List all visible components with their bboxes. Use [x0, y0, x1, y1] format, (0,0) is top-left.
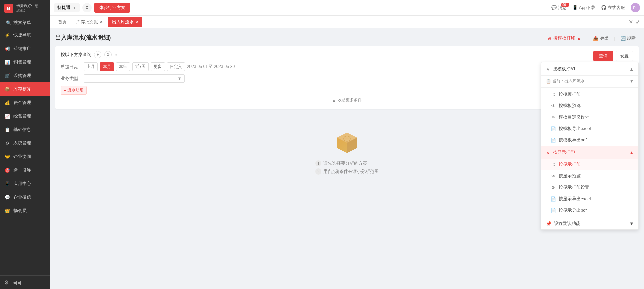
dropdown-item-display-pdf[interactable]: 📄 按显示导出pdf	[541, 205, 638, 216]
template-print-section-header[interactable]: 🖨 按模板打印 ▲	[541, 62, 638, 76]
sidebar-item-label: 营销推广	[13, 46, 31, 52]
filter-collapse-icon[interactable]: «	[114, 52, 117, 57]
set-default-label: 设置默认功能	[554, 220, 580, 227]
dropdown-item-template-print[interactable]: 🖨 按模板打印	[541, 88, 638, 100]
sidebar-item-appstore[interactable]: 📱 应用中心	[0, 177, 50, 190]
app-download-button[interactable]: 📱 App下载	[572, 5, 595, 11]
refresh-icon: 🔄	[620, 36, 626, 41]
message-badge: 99+	[561, 3, 569, 7]
template-chevron-icon: ▲	[629, 67, 634, 72]
dropdown-item-display-print[interactable]: 🖨 按显示打印	[541, 159, 638, 170]
template-print-button[interactable]: 🖨 按模板打印 ▲	[545, 34, 584, 43]
dropdown-item-set-default[interactable]: 📌 设置默认功能 ▼	[541, 218, 638, 229]
dropdown-item-template-pdf[interactable]: 📄 按模板导出pdf	[541, 134, 638, 146]
user-avatar[interactable]: Rit	[631, 3, 640, 12]
sidebar-item-collab[interactable]: 🤝 企业协同	[0, 150, 50, 163]
collapse-label: 收起更多条件	[338, 97, 362, 103]
hint-num-1: 1	[315, 160, 321, 166]
dropdown-item-display-excel[interactable]: 📄 按显示导出excel	[541, 193, 638, 205]
export-button[interactable]: 📤 导出	[590, 34, 611, 43]
filter-more-icon[interactable]: ···	[583, 51, 591, 61]
sidebar-item-quick-nav[interactable]: ⚡ 快捷导航	[0, 28, 50, 42]
search-icon: 🔍	[6, 20, 11, 25]
tab-in-out-flow-label: 出入库流水	[112, 19, 134, 25]
main-content: 畅捷通 ▼ ⚙ 体验行业方案 💬 消息 99+ 📱 App下载 🎧 在线客服	[50, 0, 644, 289]
template-print-label: 按模板打印	[553, 35, 575, 41]
collapse-icon[interactable]: ◀◀	[13, 279, 21, 286]
print-dropdown-panel: 🖨 按模板打印 ▲ 📋 当前：出入库流水 ▼ 🖨 按模板打印 👁 按模板预览	[541, 62, 639, 230]
dropdown-item-template-design[interactable]: ✏ 模板自定义设计	[541, 111, 638, 123]
template-preview-icon: 👁	[551, 103, 556, 108]
current-template-item[interactable]: 📋 当前：出入库流水 ▼	[541, 76, 638, 87]
tab-batch-account[interactable]: 库存批次账 ×	[72, 17, 107, 27]
service-button[interactable]: 🎧 在线客服	[601, 5, 625, 11]
sidebar-item-inventory[interactable]: 📦 库存核算	[0, 82, 50, 96]
sidebar-item-system[interactable]: ⚙ 系统管理	[0, 136, 50, 150]
filter-add-button[interactable]: +	[94, 51, 101, 58]
tab-home[interactable]: 首页	[54, 17, 71, 27]
tab-in-out-flow[interactable]: 出入库流水 ×	[108, 17, 142, 27]
refresh-button[interactable]: 🔄 刷新	[618, 34, 639, 43]
sidebar-item-guide[interactable]: 🎯 新手引导	[0, 163, 50, 177]
industry-solution-button[interactable]: 体验行业方案	[94, 3, 130, 13]
account-selector[interactable]: 畅捷通 ▼	[54, 3, 80, 12]
tag-icon: ●	[64, 88, 66, 93]
tab-in-out-close-icon[interactable]: ×	[136, 20, 138, 24]
sidebar-item-finance[interactable]: 💰 资金管理	[0, 96, 50, 109]
empty-state-icon	[333, 129, 360, 156]
sidebar-item-label: 快捷导航	[13, 32, 31, 38]
sidebar: B 畅捷通好生意 标准版 🔍 搜索菜单 ⚡ 快捷导航 📢 营销推广 📊 销售管理…	[0, 0, 50, 289]
settings-gear-icon[interactable]: ⚙	[4, 279, 9, 286]
filter-settings-button[interactable]: ⚙	[104, 51, 112, 58]
sidebar-item-sales[interactable]: 📊 销售管理	[0, 55, 50, 69]
current-template-icon: 📋	[546, 79, 551, 84]
topbar-left: 畅捷通 ▼ ⚙ 体验行业方案	[54, 3, 551, 13]
display-section-icon: 🖨	[546, 150, 550, 155]
template-pdf-icon: 📄	[551, 137, 556, 143]
sidebar-item-member[interactable]: 👑 畅会员	[0, 204, 50, 217]
current-chevron-icon: ▼	[630, 79, 634, 84]
sidebar-item-purchase[interactable]: 🛒 采购管理	[0, 69, 50, 82]
tag-text: 流水明细	[67, 87, 84, 93]
business-type-select[interactable]: ▼	[84, 74, 185, 83]
message-button[interactable]: 💬 消息 99+	[551, 5, 567, 11]
date-btn-custom[interactable]: 自定义	[167, 62, 185, 71]
date-btn-last-month[interactable]: 上月	[84, 62, 98, 71]
dropdown-item-template-preview[interactable]: 👁 按模板预览	[541, 100, 638, 111]
date-btn-last-7[interactable]: 近7天	[132, 62, 149, 71]
tab-home-label: 首页	[58, 19, 67, 25]
query-button[interactable]: 查询	[593, 51, 613, 61]
sidebar-item-base[interactable]: 📋 基础信息	[0, 123, 50, 136]
refresh-label: 刷新	[627, 35, 636, 41]
sidebar-item-label: 企业协同	[13, 154, 31, 160]
sidebar-item-operations[interactable]: 📈 经营管理	[0, 109, 50, 123]
tabs-bar: 首页 库存批次账 × 出入库流水 × ✕ ⤢	[50, 16, 644, 28]
filter-settings-btn[interactable]: 设置	[616, 51, 633, 61]
dropdown-item-display-preview[interactable]: 👁 按显示预览	[541, 170, 638, 182]
sidebar-item-label: 系统管理	[13, 140, 31, 146]
export-label: 导出	[600, 35, 609, 41]
dropdown-item-display-settings[interactable]: ⚙ 按显示打印设置	[541, 182, 638, 193]
close-all-tabs-icon[interactable]: ✕	[628, 19, 633, 25]
active-filter-tag: ● 流水明细	[61, 86, 87, 95]
sidebar-search-item[interactable]: 🔍 搜索菜单	[0, 17, 50, 28]
page-toolbar: 🖨 按模板打印 ▲ | 📤 导出 | 🔄 刷新	[545, 34, 639, 43]
display-excel-label: 按显示导出excel	[559, 196, 591, 202]
account-name: 畅捷通	[57, 5, 70, 11]
date-btn-this-month[interactable]: 本月	[100, 62, 114, 71]
operations-icon: 📈	[4, 113, 11, 120]
date-btn-this-year[interactable]: 本年	[116, 62, 130, 71]
display-preview-icon: 👁	[551, 173, 556, 179]
date-btn-more[interactable]: 更多	[151, 62, 165, 71]
sidebar-item-label: 应用中心	[13, 181, 31, 187]
sidebar-item-wechat[interactable]: 💬 企业微信	[0, 190, 50, 204]
maximize-icon[interactable]: ⤢	[636, 19, 640, 25]
topbar-settings-button[interactable]: ⚙	[82, 3, 92, 12]
dropdown-item-template-excel[interactable]: 📄 按模板导出excel	[541, 123, 638, 134]
wechat-icon: 💬	[4, 194, 11, 201]
app-label: App下载	[579, 5, 595, 11]
sidebar-item-marketing[interactable]: 📢 营销推广	[0, 42, 50, 55]
tab-batch-close-icon[interactable]: ×	[100, 20, 103, 24]
display-pdf-label: 按显示导出pdf	[559, 207, 587, 213]
display-print-section-header[interactable]: 🖨 按显示打印 ▲	[541, 146, 638, 159]
